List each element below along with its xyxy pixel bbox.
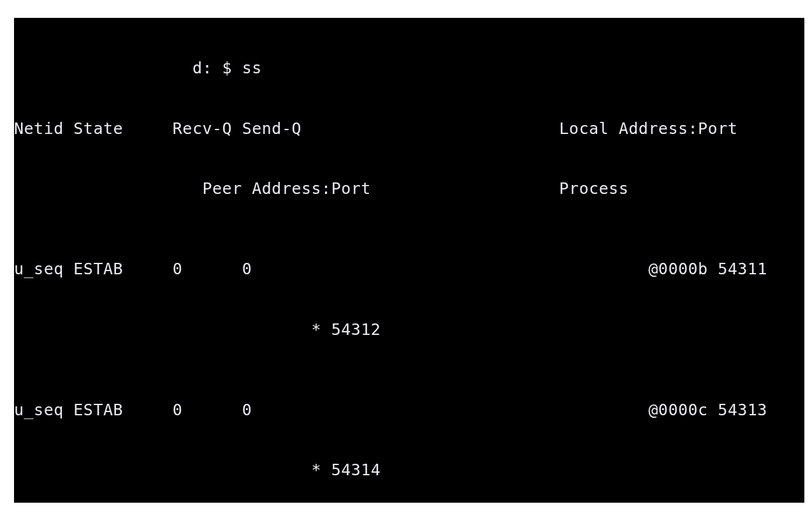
header-line-1: Netid State Recv-Q Send-Q Local Address:… — [14, 119, 804, 139]
row-a: u_seq ESTAB 0 0 @0000b 54311 — [14, 259, 804, 279]
row-b: * 54314 — [14, 460, 804, 480]
row-a: u_seq ESTAB 0 0 @0000c 54313 — [14, 400, 804, 420]
header-line-2: Peer Address:Port Process — [14, 179, 804, 199]
prompt-line: d: $ ss — [14, 58, 804, 78]
row-b: * 54312 — [14, 320, 804, 340]
terminal-window[interactable]: d: $ ss Netid State Recv-Q Send-Q Local … — [14, 18, 804, 503]
